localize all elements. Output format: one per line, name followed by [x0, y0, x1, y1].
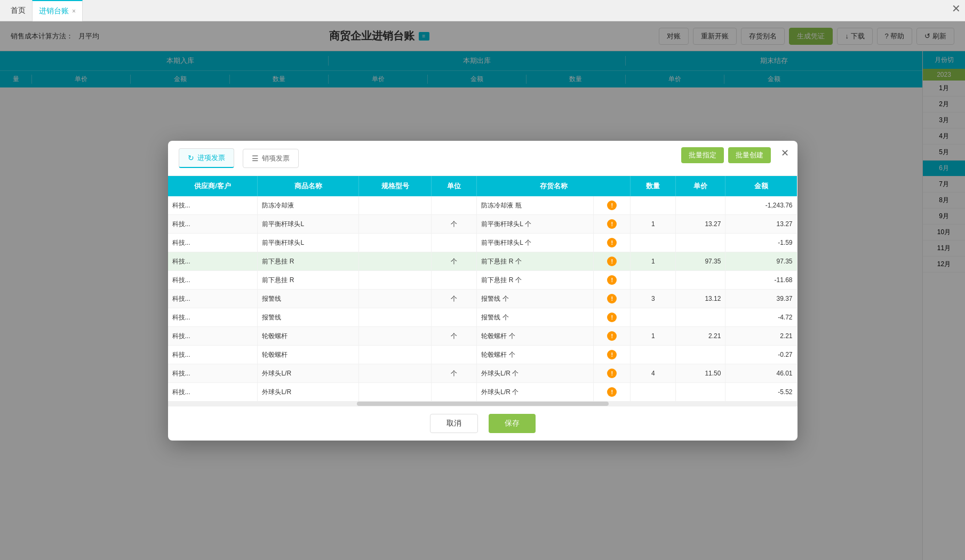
cell-amount: 2.21	[725, 327, 797, 346]
cell-price	[676, 234, 725, 252]
cell-warning[interactable]: !	[594, 346, 631, 364]
cell-inventory: 外球头L/R 个	[477, 383, 594, 402]
tab-input-invoice[interactable]: ↻ 进项发票	[179, 148, 234, 168]
cell-qty	[631, 271, 676, 290]
table-row: 科技... 轮毂螺杆 轮毂螺杆 个 ! -0.27	[168, 346, 797, 364]
cell-warning[interactable]: !	[594, 290, 631, 308]
cell-inventory: 报警线 个	[477, 308, 594, 327]
col-spec: 规格型号	[358, 176, 432, 196]
table-row: 科技... 前下悬挂 R 前下悬挂 R 个 ! -11.68	[168, 271, 797, 290]
cell-qty	[631, 346, 676, 364]
cell-warning[interactable]: !	[594, 327, 631, 346]
warning-icon[interactable]: !	[607, 331, 617, 341]
table-row: 科技... 外球头L/R 个 外球头L/R 个 ! 4 11.50 46.01	[168, 364, 797, 383]
cell-unit	[432, 346, 477, 364]
col-qty: 数量	[631, 176, 676, 196]
cell-warning[interactable]: !	[594, 252, 631, 271]
cancel-button[interactable]: 取消	[430, 414, 478, 433]
cell-amount: -11.68	[725, 271, 797, 290]
warning-icon[interactable]: !	[607, 387, 617, 397]
cell-inventory: 外球头L/R 个	[477, 364, 594, 383]
warning-icon[interactable]: !	[607, 238, 617, 247]
table-row: 科技... 前平衡杆球头L 个 前平衡杆球头L 个 ! 1 13.27 13.2…	[168, 215, 797, 234]
tab-ledger[interactable]: 进销台账 ×	[32, 0, 83, 21]
cell-inventory: 前下悬挂 R 个	[477, 271, 594, 290]
cell-qty	[631, 383, 676, 402]
cell-warning[interactable]: !	[594, 234, 631, 252]
cell-amount: 97.35	[725, 252, 797, 271]
cell-qty	[631, 308, 676, 327]
cell-supplier: 科技...	[168, 383, 258, 402]
warning-icon[interactable]: !	[607, 369, 617, 378]
col-supplier: 供应商/客户	[168, 176, 258, 196]
cell-spec	[358, 234, 432, 252]
cell-product: 前下悬挂 R	[258, 252, 358, 271]
table-row: 科技... 外球头L/R 外球头L/R 个 ! -5.52	[168, 383, 797, 402]
warning-icon[interactable]: !	[607, 275, 617, 285]
cell-unit: 个	[432, 290, 477, 308]
table-row: 科技... 轮毂螺杆 个 轮毂螺杆 个 ! 1 2.21 2.21	[168, 327, 797, 346]
table-row: 科技... 防冻冷却液 防冻冷却液 瓶 ! -1,243.76	[168, 196, 797, 215]
cell-spec	[358, 364, 432, 383]
cell-unit	[432, 271, 477, 290]
cell-qty: 1	[631, 252, 676, 271]
cell-unit	[432, 308, 477, 327]
cell-warning[interactable]: !	[594, 383, 631, 402]
warning-icon[interactable]: !	[607, 294, 617, 303]
cell-amount: 46.01	[725, 364, 797, 383]
tab-output-invoice[interactable]: ☰ 销项发票	[243, 149, 299, 168]
cell-unit: 个	[432, 215, 477, 234]
cell-product: 前平衡杆球头L	[258, 215, 358, 234]
scrollbar-thumb[interactable]	[357, 402, 609, 406]
col-product: 商品名称	[258, 176, 358, 196]
cell-price: 13.12	[676, 290, 725, 308]
warning-icon[interactable]: !	[607, 350, 617, 359]
cell-inventory: 防冻冷却液 瓶	[477, 196, 594, 215]
warning-icon[interactable]: !	[607, 313, 617, 322]
cell-inventory: 前下悬挂 R 个	[477, 252, 594, 271]
cell-price	[676, 271, 725, 290]
window-close-button[interactable]: ✕	[952, 2, 961, 15]
cell-unit	[432, 234, 477, 252]
cell-price: 97.35	[676, 252, 725, 271]
cell-warning[interactable]: !	[594, 364, 631, 383]
cell-amount: -0.27	[725, 346, 797, 364]
modal-footer: 取消 保存	[168, 406, 797, 441]
cell-supplier: 科技...	[168, 196, 258, 215]
warning-icon[interactable]: !	[607, 219, 617, 229]
cell-spec	[358, 252, 432, 271]
tab-close-icon[interactable]: ×	[72, 7, 76, 15]
cell-spec	[358, 383, 432, 402]
batch-create-button[interactable]: 批量创建	[728, 147, 771, 163]
cell-inventory: 前平衡杆球头L 个	[477, 215, 594, 234]
cell-qty	[631, 234, 676, 252]
cell-inventory: 轮毂螺杆 个	[477, 327, 594, 346]
cell-warning[interactable]: !	[594, 196, 631, 215]
cell-qty: 3	[631, 290, 676, 308]
col-unit: 单位	[432, 176, 477, 196]
cell-unit: 个	[432, 252, 477, 271]
cell-warning[interactable]: !	[594, 215, 631, 234]
cell-supplier: 科技...	[168, 346, 258, 364]
tab-bar: 首页 进销台账 × ✕	[0, 0, 965, 21]
cell-unit: 个	[432, 364, 477, 383]
save-button[interactable]: 保存	[489, 414, 536, 433]
cell-qty: 1	[631, 215, 676, 234]
cell-price	[676, 346, 725, 364]
cell-spec	[358, 346, 432, 364]
batch-assign-button[interactable]: 批量指定	[681, 147, 724, 163]
modal-table: 供应商/客户 商品名称 规格型号 单位 存货名称 数量 单价 金额 科技... …	[168, 176, 797, 406]
cell-supplier: 科技...	[168, 234, 258, 252]
cell-amount: 39.37	[725, 290, 797, 308]
warning-icon[interactable]: !	[607, 257, 617, 266]
tab-home[interactable]: 首页	[4, 0, 32, 21]
modal-close-button[interactable]: ✕	[781, 147, 789, 159]
cell-warning[interactable]: !	[594, 271, 631, 290]
scrollbar[interactable]	[168, 402, 797, 406]
cell-product: 防冻冷却液	[258, 196, 358, 215]
warning-icon[interactable]: !	[607, 201, 617, 210]
table-row: 科技... 前下悬挂 R 个 前下悬挂 R 个 ! 1 97.35 97.35	[168, 252, 797, 271]
cell-inventory: 轮毂螺杆 个	[477, 346, 594, 364]
cell-warning[interactable]: !	[594, 308, 631, 327]
modal-header: ↻ 进项发票 ☰ 销项发票 批量指定 批量创建 ✕	[168, 141, 797, 176]
